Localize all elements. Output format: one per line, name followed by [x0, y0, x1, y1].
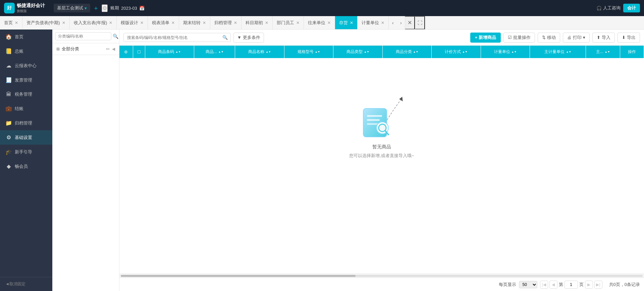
- th-type[interactable]: 商品类型 ▲▼: [333, 46, 382, 58]
- th-main2[interactable]: 主... ▲▼: [586, 46, 620, 58]
- category-search-input[interactable]: [55, 32, 111, 40]
- content-area: 🔍 ⊞ 全部分类 ✏ ◀ 🔍 ▼ 更多条件: [52, 30, 644, 291]
- sidebar-item-ledger[interactable]: 📒 总账: [0, 44, 52, 58]
- tab-close-icon[interactable]: ✕: [203, 20, 206, 25]
- prev-page-button[interactable]: ◀: [549, 281, 557, 289]
- sort-arrows: ▲▼: [266, 51, 271, 53]
- company-selector[interactable]: 基层工会测试 ▾: [54, 4, 90, 12]
- tab-close-icon[interactable]: ✕: [381, 20, 384, 25]
- category-search-icon[interactable]: 🔍: [111, 32, 120, 40]
- th-code[interactable]: 商品... ▲▼: [194, 46, 235, 58]
- tab-close-icon[interactable]: ✕: [350, 20, 353, 25]
- help-label: 人工咨询: [603, 5, 621, 11]
- sidebar-item-invoice[interactable]: 🧾 发票管理: [0, 73, 52, 87]
- search-icon[interactable]: 🔍: [220, 33, 230, 42]
- th-name[interactable]: 商品名称 ▲▼: [235, 46, 284, 58]
- tab-close-icon[interactable]: ✕: [327, 20, 331, 25]
- user-button[interactable]: 会计: [623, 4, 640, 12]
- tab-close-icon[interactable]: ✕: [140, 20, 144, 25]
- tab-income-statement[interactable]: 收入支出表(年报) ✕: [70, 16, 117, 30]
- sort-arrows: ▲▼: [218, 51, 224, 53]
- add-tab-button[interactable]: ＋: [93, 4, 99, 12]
- tab-period-carry[interactable]: 期末结转 ✕: [179, 16, 210, 30]
- export-label: 导出: [627, 35, 636, 41]
- tab-close-icon[interactable]: ✕: [265, 20, 268, 25]
- tab-expand-button[interactable]: ⛶: [415, 16, 425, 30]
- th-main-unit-label: 主计量单位: [544, 49, 565, 55]
- sidebar-item-archive[interactable]: 📁 归档管理: [0, 116, 52, 130]
- th-settings[interactable]: ⚙: [119, 46, 133, 58]
- th-unit[interactable]: 计量单位 ▲▼: [481, 46, 530, 58]
- last-page-button[interactable]: ▶|: [594, 281, 602, 289]
- tab-tax-list[interactable]: 税表清单 ✕: [148, 16, 179, 30]
- tab-department[interactable]: 部门员工 ✕: [273, 16, 304, 30]
- tab-close-icon[interactable]: ✕: [62, 20, 65, 25]
- th-spec[interactable]: 规格型号 ▲▼: [284, 46, 333, 58]
- tab-close-icon[interactable]: ✕: [109, 20, 112, 25]
- sidebar-item-member[interactable]: ◆ 畅会员: [0, 159, 52, 174]
- tab-inventory[interactable]: 存货 ✕: [335, 16, 358, 30]
- print-icon: 🖨: [567, 35, 572, 40]
- th-checkbox[interactable]: ☐: [133, 46, 145, 58]
- period-label: 账期: [110, 5, 119, 11]
- svg-marker-0: [399, 96, 404, 101]
- sidebar-item-basic-settings[interactable]: ⚙ 基础设置: [0, 130, 52, 145]
- scrollbar-thumb[interactable]: [121, 275, 356, 277]
- tab-label: 资产负债表(中期): [26, 20, 60, 26]
- export-button[interactable]: ⬇ 导出: [618, 33, 640, 43]
- first-page-button[interactable]: |◀: [540, 281, 548, 289]
- import-button[interactable]: ⬆ 导入: [592, 33, 615, 43]
- import-icon: ⬆: [597, 35, 600, 40]
- table-footer: 每页显示 50 100 200 |◀ ◀ 第 页 ▶ ▶| 共0页，0条记录: [119, 278, 644, 291]
- print-button[interactable]: 🖨 打印 ▾: [563, 33, 590, 43]
- tab-nav-next-button[interactable]: ›: [397, 16, 405, 30]
- tab-subject-init[interactable]: 科目期初 ✕: [241, 16, 273, 30]
- filter-button[interactable]: ▼ 更多条件: [233, 33, 264, 43]
- tab-close-icon[interactable]: ✕: [171, 20, 175, 25]
- tab-unit[interactable]: 计量单位 ✕: [358, 16, 389, 30]
- sidebar-label: 首页: [15, 34, 23, 40]
- th-barcode[interactable]: 商品条码 ▲▼: [145, 46, 194, 58]
- collapse-icon[interactable]: ◀: [112, 47, 115, 51]
- tab-home[interactable]: 首页 ✕: [0, 16, 22, 30]
- sidebar-item-home[interactable]: 🏠 首页: [0, 30, 52, 44]
- sidebar-item-close-period[interactable]: 💼 结账: [0, 101, 52, 116]
- page-number-input[interactable]: [565, 281, 578, 289]
- th-main-unit[interactable]: 主计量单位 ▲▼: [530, 46, 586, 58]
- tab-nav-prev-button[interactable]: ‹: [389, 16, 397, 30]
- tab-close-icon[interactable]: ✕: [296, 20, 300, 25]
- batch-button[interactable]: ☑ 批量操作: [503, 33, 535, 43]
- th-unit-label: 计量单位: [494, 49, 510, 55]
- page-size-select[interactable]: 50 100 200: [519, 281, 537, 288]
- ledger-icon: 📒: [5, 48, 12, 54]
- sidebar-item-cloud-report[interactable]: ☁ 云报表中心: [0, 58, 52, 73]
- sidebar-item-tax[interactable]: 🏛 税务管理: [0, 87, 52, 101]
- tab-close-all-button[interactable]: ✕: [405, 16, 415, 30]
- th-price-method[interactable]: 计价方式 ▲▼: [432, 46, 481, 58]
- export-icon: ⬇: [622, 35, 626, 40]
- th-name-label: 商品名称: [248, 49, 264, 55]
- tab-close-icon[interactable]: ✕: [234, 20, 237, 25]
- move-button[interactable]: ⇅ 移动: [538, 33, 560, 43]
- tab-balance-sheet[interactable]: 资产负债表(中期) ✕: [22, 16, 70, 30]
- edit-icon[interactable]: ✏: [106, 46, 110, 52]
- next-page-button[interactable]: ▶: [585, 281, 593, 289]
- sidebar-item-beginner[interactable]: 🎓 新手引导: [0, 145, 52, 159]
- new-product-button[interactable]: + 新增商品: [470, 33, 501, 43]
- help-button[interactable]: 🎧 人工咨询: [596, 5, 621, 11]
- import-label: 导入: [602, 35, 610, 41]
- settings-button[interactable]: ⚙: [102, 4, 108, 12]
- tab-transactions[interactable]: 往来单位 ✕: [304, 16, 335, 30]
- unpin-button[interactable]: ◄取消固定: [0, 277, 52, 291]
- sidebar-menu: 🏠 首页 📒 总账 ☁ 云报表中心 🧾 发票管理 🏛 税务管理 💼 结账: [0, 30, 52, 277]
- th-category[interactable]: 商品分类 ▲▼: [382, 46, 431, 58]
- tab-close-icon[interactable]: ✕: [15, 20, 18, 25]
- tab-archive[interactable]: 归档管理 ✕: [210, 16, 241, 30]
- search-input[interactable]: [124, 34, 220, 42]
- tab-template-design[interactable]: 模版设计 ✕: [117, 16, 148, 30]
- th-category-label: 商品分类: [396, 49, 412, 55]
- calendar-icon[interactable]: 📅: [139, 6, 145, 11]
- company-name: 基层工会测试: [57, 5, 83, 11]
- horizontal-scrollbar[interactable]: [119, 274, 644, 278]
- all-category-item[interactable]: ⊞ 全部分类 ✏ ◀: [52, 43, 119, 55]
